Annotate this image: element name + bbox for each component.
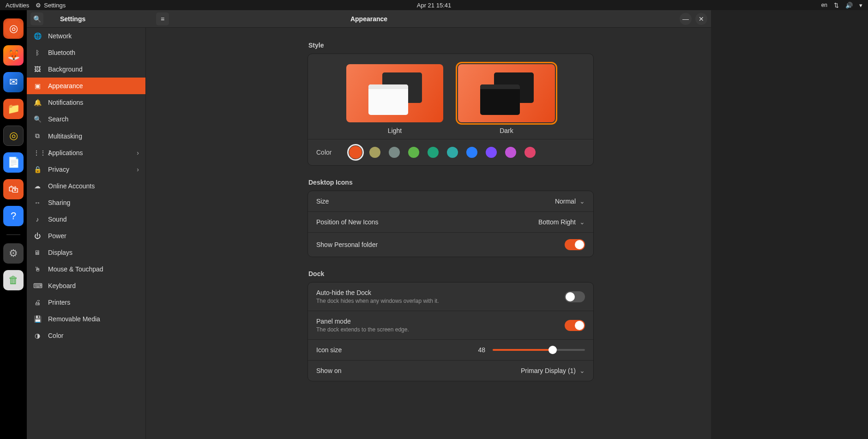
sidebar-item-printers[interactable]: 🖨Printers — [27, 294, 145, 311]
sidebar-item-sharing[interactable]: ↔Sharing — [27, 194, 145, 211]
style-label-dark: Dark — [500, 127, 513, 134]
style-option-dark[interactable]: Dark — [458, 64, 555, 134]
autohide-toggle[interactable] — [565, 291, 585, 302]
clock[interactable]: Apr 21 15:41 — [417, 2, 451, 9]
color-swatch[interactable] — [408, 147, 419, 158]
icon-size-dropdown[interactable]: Normal ⌄ — [555, 198, 585, 205]
sidebar-item-background[interactable]: 🖼Background — [27, 61, 145, 78]
sidebar-item-label: Network — [48, 32, 72, 40]
dock-thunderbird[interactable]: ✉ — [3, 72, 24, 92]
language-indicator[interactable]: en — [821, 2, 827, 8]
color-swatch[interactable] — [369, 147, 380, 158]
desktop-icons-panel: Size Normal ⌄ Position of New Icons Bott… — [307, 191, 594, 257]
sidebar-icon: ⧉ — [33, 132, 42, 140]
sidebar-item-label: Appearance — [48, 82, 83, 90]
dock-settings[interactable]: ⚙ — [3, 243, 24, 264]
sidebar-icon: 🔍 — [33, 115, 42, 123]
chevron-down-icon: ⌄ — [579, 367, 585, 374]
sidebar-item-label: Printers — [48, 299, 70, 306]
color-swatch[interactable] — [447, 147, 458, 158]
sidebar-item-bluetooth[interactable]: ᛒBluetooth — [27, 44, 145, 61]
show-on-dropdown[interactable]: Primary Display (1) ⌄ — [521, 367, 585, 374]
style-option-light[interactable]: Light — [346, 64, 443, 134]
sidebar-item-multitasking[interactable]: ⧉Multitasking — [27, 127, 145, 144]
sidebar-icon: ◑ — [33, 332, 42, 339]
sidebar-item-label: Search — [48, 115, 68, 123]
sidebar-item-power[interactable]: ⏻Power — [27, 228, 145, 244]
sidebar-item-label: Sound — [48, 216, 66, 223]
sidebar-item-network[interactable]: 🌐Network — [27, 28, 145, 44]
color-swatch[interactable] — [505, 147, 516, 158]
dock-trash[interactable]: 🗑 — [3, 270, 24, 290]
system-top-bar: Activities ⚙ Settings Apr 21 15:41 en ⇅ … — [0, 0, 868, 10]
color-swatch[interactable] — [466, 147, 477, 158]
color-swatch[interactable] — [486, 147, 497, 158]
power-menu-icon[interactable]: ▾ — [859, 2, 862, 9]
hamburger-menu-button[interactable]: ≡ — [156, 12, 169, 25]
sidebar-item-applications[interactable]: ⋮⋮⋮Applications› — [27, 144, 145, 161]
sidebar-item-label: Mouse & Touchpad — [48, 265, 103, 273]
autohide-sub: The dock hides when any windows overlap … — [316, 298, 439, 304]
sidebar-icon: 🔒 — [33, 166, 42, 173]
dock-writer[interactable]: 📄 — [3, 152, 24, 173]
sidebar-icon: 🖥 — [33, 249, 42, 256]
minimize-button[interactable]: ― — [680, 13, 692, 25]
chevron-down-icon: ⌄ — [579, 218, 585, 226]
volume-icon[interactable]: 🔊 — [845, 2, 853, 9]
window-title-left: Settings — [60, 15, 85, 23]
row-icon-size: Size Normal ⌄ — [308, 191, 593, 211]
sidebar-item-label: Displays — [48, 249, 72, 256]
sidebar-item-label: Bluetooth — [48, 49, 75, 56]
dock-help[interactable]: ? — [3, 206, 24, 226]
sidebar-item-color[interactable]: ◑Color — [27, 327, 145, 344]
sidebar-item-label: Multitasking — [48, 132, 82, 140]
dock-separator — [6, 235, 20, 235]
sidebar-item-removable-media[interactable]: 💾Removable Media — [27, 311, 145, 327]
sidebar-icon: 💾 — [33, 315, 42, 323]
dock-software[interactable]: 🛍 — [3, 179, 24, 199]
sidebar-icon: 🔔 — [33, 99, 42, 106]
sidebar-icon: ⋮⋮⋮ — [33, 149, 42, 156]
sidebar-icon: ☁ — [33, 182, 42, 190]
personal-folder-label: Show Personal folder — [316, 241, 378, 248]
sidebar-item-search[interactable]: 🔍Search — [27, 111, 145, 127]
sidebar-item-sound[interactable]: ♪Sound — [27, 211, 145, 228]
dock-icon-size-slider[interactable] — [493, 349, 585, 351]
panel-mode-toggle[interactable] — [565, 320, 585, 331]
chevron-right-icon: › — [137, 166, 139, 173]
sidebar-item-displays[interactable]: 🖥Displays — [27, 244, 145, 261]
chevron-right-icon: › — [137, 149, 139, 156]
personal-folder-toggle[interactable] — [565, 239, 585, 250]
dock-rhythmbox[interactable]: ◎ — [3, 126, 24, 146]
search-icon: 🔍 — [33, 15, 41, 23]
network-icon[interactable]: ⇅ — [834, 2, 839, 9]
sidebar-item-notifications[interactable]: 🔔Notifications — [27, 94, 145, 111]
color-swatch[interactable] — [350, 147, 361, 158]
settings-sidebar: 🌐NetworkᛒBluetooth🖼Background▣Appearance… — [27, 28, 146, 439]
icon-size-label: Size — [316, 198, 329, 205]
titlebar: 🔍 Settings ≡ Appearance ― ✕ — [27, 10, 711, 28]
sidebar-item-keyboard[interactable]: ⌨Keyboard — [27, 277, 145, 294]
close-button[interactable]: ✕ — [695, 13, 707, 25]
sidebar-item-mouse-touchpad[interactable]: 🖱Mouse & Touchpad — [27, 261, 145, 277]
autohide-label: Auto-hide the Dock — [316, 289, 439, 296]
sidebar-icon: ⏻ — [33, 232, 42, 240]
color-swatch[interactable] — [389, 147, 400, 158]
dock-firefox[interactable]: 🦊 — [3, 45, 24, 66]
sidebar-item-privacy[interactable]: 🔒Privacy› — [27, 161, 145, 178]
dock-files[interactable]: 📁 — [3, 99, 24, 119]
accent-color-row: Color — [308, 139, 593, 165]
sidebar-item-online-accounts[interactable]: ☁Online Accounts — [27, 178, 145, 194]
activities-button[interactable]: Activities — [6, 2, 29, 9]
color-swatch[interactable] — [428, 147, 439, 158]
sidebar-item-label: Privacy — [48, 166, 69, 173]
color-label: Color — [316, 149, 332, 156]
new-icon-position-dropdown[interactable]: Bottom Right ⌄ — [538, 218, 585, 226]
launcher-dock: ◎ 🦊 ✉ 📁 ◎ 📄 🛍 ? ⚙ 🗑 — [0, 10, 27, 439]
row-show-on: Show on Primary Display (1) ⌄ — [308, 360, 593, 381]
dock-ubuntu-logo[interactable]: ◎ — [3, 18, 24, 39]
search-button[interactable]: 🔍 — [30, 12, 43, 25]
topbar-app[interactable]: ⚙ Settings — [36, 2, 66, 9]
color-swatch[interactable] — [524, 147, 536, 158]
sidebar-item-appearance[interactable]: ▣Appearance — [27, 78, 145, 94]
